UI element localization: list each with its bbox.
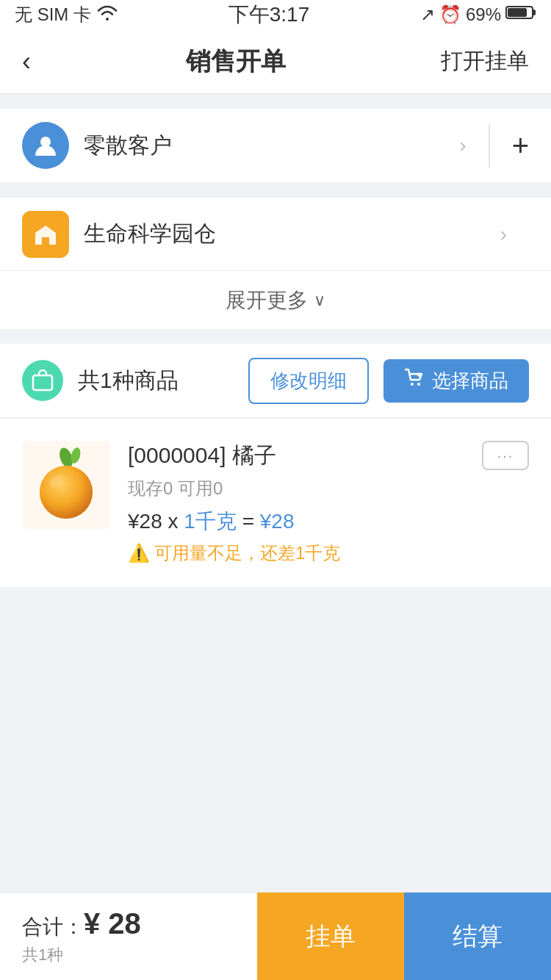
product-count-text: 共1种商品 — [78, 366, 234, 396]
hang-button[interactable]: 挂单 — [257, 893, 404, 981]
expand-more-row[interactable]: 展开更多 ∨ — [0, 270, 551, 329]
svg-point-7 — [417, 383, 420, 386]
divider-1 — [0, 94, 551, 109]
checkout-button[interactable]: 结算 — [404, 893, 551, 981]
total-label: 合计： — [22, 915, 84, 938]
customer-avatar — [22, 122, 69, 169]
total-price: ¥28 — [260, 510, 295, 533]
warehouse-arrow-icon: › — [500, 223, 507, 246]
product-price: ¥28 x 1千克 = ¥28 — [128, 508, 464, 536]
product-image — [22, 441, 110, 529]
product-info: [0000004] 橘子 现存0 可用0 ¥28 x 1千克 = ¥28 ⚠️ … — [128, 441, 464, 565]
svg-rect-1 — [533, 10, 536, 15]
product-item: [0000004] 橘子 现存0 可用0 ¥28 x 1千克 = ¥28 ⚠️ … — [0, 419, 551, 587]
total-amount: ¥ 28 — [84, 907, 141, 940]
product-more-button[interactable]: ··· — [482, 441, 529, 470]
customer-row[interactable]: 零散客户 › + — [0, 109, 551, 182]
nav-bar: ‹ 销售开单 打开挂单 — [0, 29, 551, 94]
svg-point-3 — [40, 137, 51, 147]
modify-detail-button[interactable]: 修改明细 — [248, 358, 369, 404]
product-warning: ⚠️ 可用量不足，还差1千克 — [128, 541, 464, 565]
battery-text: 69% — [466, 4, 501, 25]
equals-sign: = — [237, 510, 260, 533]
expand-more-label: 展开更多 — [226, 287, 308, 314]
price-base: ¥28 x — [128, 510, 184, 533]
svg-rect-2 — [508, 8, 527, 17]
warning-icon: ⚠️ — [128, 543, 150, 563]
status-time: 下午3:17 — [228, 1, 310, 29]
customer-divider — [489, 123, 490, 167]
carrier-text: 无 SIM 卡 — [15, 3, 91, 26]
alarm-icon: ⏰ — [439, 4, 461, 25]
svg-rect-4 — [42, 237, 49, 245]
footer: 合计：¥ 28 共1种 挂单 结算 — [0, 892, 551, 980]
footer-total: 合计：¥ 28 共1种 — [0, 907, 257, 966]
products-header: 共1种商品 修改明细 选择商品 — [0, 344, 551, 417]
back-button[interactable]: ‹ — [22, 46, 31, 77]
battery-icon — [505, 4, 536, 25]
wifi-icon — [97, 4, 118, 25]
divider-3 — [0, 329, 551, 344]
page-title: 销售开单 — [186, 45, 286, 79]
cart-icon — [404, 368, 425, 394]
location-icon: ↗ — [420, 4, 435, 25]
status-left: 无 SIM 卡 — [15, 3, 118, 26]
warehouse-name: 生命科学园仓 — [84, 219, 500, 249]
warehouse-icon — [22, 211, 69, 258]
product-stock: 现存0 可用0 — [128, 477, 464, 500]
svg-rect-5 — [33, 375, 52, 390]
customer-name: 零散客户 — [84, 131, 459, 161]
open-hang-button[interactable]: 打开挂单 — [441, 46, 529, 76]
svg-point-11 — [40, 466, 93, 519]
quantity-highlight: 1千克 — [184, 510, 237, 533]
expand-chevron-icon: ∨ — [314, 291, 325, 310]
status-right: ↗ ⏰ 69% — [420, 4, 536, 25]
divider-2 — [0, 182, 551, 197]
customer-arrow-icon: › — [459, 134, 466, 157]
select-product-button[interactable]: 选择商品 — [383, 359, 529, 403]
status-bar: 无 SIM 卡 下午3:17 ↗ ⏰ 69% — [0, 0, 551, 29]
select-product-label: 选择商品 — [432, 368, 508, 394]
warning-text: 可用量不足，还差1千克 — [154, 541, 340, 565]
product-count-icon — [22, 360, 63, 401]
warehouse-row[interactable]: 生命科学园仓 › — [0, 197, 551, 270]
footer-total-count: 共1种 — [22, 944, 235, 966]
svg-point-6 — [411, 383, 414, 386]
add-customer-button[interactable]: + — [512, 129, 529, 162]
product-name: [0000004] 橘子 — [128, 441, 464, 471]
footer-total-row: 合计：¥ 28 — [22, 907, 235, 941]
